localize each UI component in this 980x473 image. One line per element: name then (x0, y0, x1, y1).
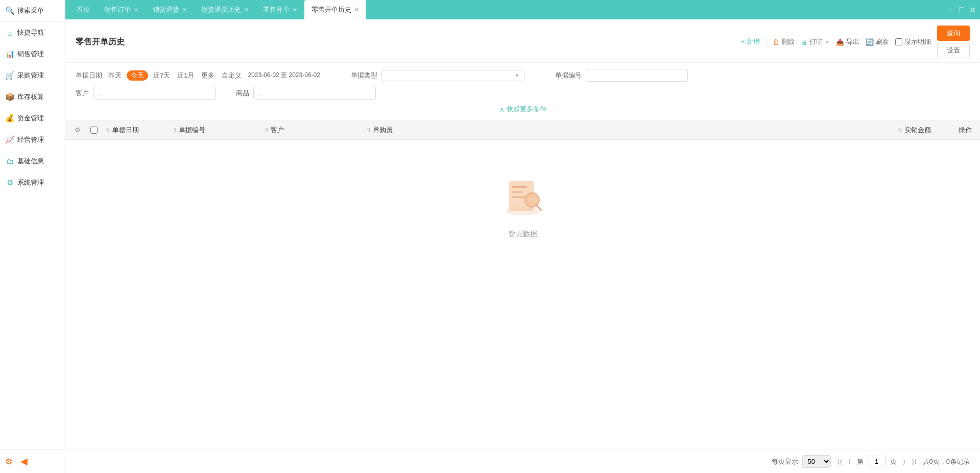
page-label: 页 (890, 457, 897, 466)
empty-illustration (497, 170, 548, 221)
settings-footer-icon[interactable]: ⚙ (5, 457, 12, 466)
date-opt-custom[interactable]: 自定义 (220, 70, 244, 81)
sort-icon: ⇅ (106, 127, 110, 133)
print-button[interactable]: 🖨 打印 ▼ (801, 37, 830, 46)
th-customer[interactable]: ⇅ 客户 (260, 126, 363, 135)
date-opt-7days[interactable]: 近7天 (151, 70, 172, 81)
date-range-value: 2023-06-02 至 2023-06-02 (248, 71, 320, 80)
sort-icon: ⇅ (367, 127, 371, 133)
query-setting-group: 查询 设置 (937, 26, 970, 58)
refresh-icon: 🔄 (866, 38, 874, 46)
bill-type-select[interactable]: ▼ (381, 70, 524, 81)
th-guide[interactable]: ⇅ 导购员 (363, 126, 424, 135)
table-select-all[interactable] (86, 127, 102, 134)
th-billno[interactable]: ⇅ 单据编号 (169, 126, 260, 135)
date-opt-today[interactable]: 今天 (127, 70, 148, 81)
sidebar-item-purchase-mgmt[interactable]: 🛒 采购管理 (0, 65, 65, 86)
home-icon: ⌂ (5, 28, 14, 37)
tab-close-icon[interactable]: ✕ (244, 7, 249, 13)
page-number-input[interactable] (868, 456, 886, 467)
sidebar-item-inventory[interactable]: 📦 库存核算 (0, 86, 65, 108)
delete-button[interactable]: 🗑 删除 (773, 37, 795, 46)
sidebar-item-system[interactable]: ⚙ 系统管理 (0, 172, 65, 193)
tab-close-icon[interactable]: ✕ (134, 7, 138, 13)
tab-close-icon[interactable]: ✕ (293, 7, 297, 13)
table-settings-icon[interactable]: ⚙ (69, 126, 86, 134)
new-button[interactable]: + 新增 (741, 37, 760, 46)
sidebar-search[interactable]: 🔍 搜索采单 (0, 0, 65, 22)
maximize-icon[interactable]: □ (959, 5, 964, 14)
tab-sales-return[interactable]: 销货退货 ✕ (146, 0, 194, 19)
tab-close-icon[interactable]: ✕ (182, 7, 187, 13)
tab-label: 销货退货 (153, 5, 179, 14)
tab-close-icon[interactable]: ✕ (354, 7, 359, 13)
tab-label: 零售开单 (263, 5, 290, 14)
page-title: 零售开单历史 (76, 37, 125, 47)
display-detail-checkbox[interactable] (895, 38, 902, 45)
sidebar-item-quick-nav[interactable]: ⌂ 快捷导航 (0, 22, 65, 43)
setting-button[interactable]: 设置 (937, 43, 970, 58)
sidebar: 🔍 搜索采单 ⌂ 快捷导航 📊 销售管理 🛒 采购管理 📦 库存核算 💰 资金管… (0, 0, 65, 473)
chevron-down-icon: ▼ (514, 72, 520, 79)
tabs-right: — □ ✕ (946, 5, 976, 15)
sidebar-item-finance[interactable]: 💰 资金管理 (0, 108, 65, 129)
next-page-btn[interactable]: ⟩ (901, 457, 907, 466)
minimize-icon[interactable]: — (946, 5, 954, 14)
customer-label: 客户 (76, 89, 89, 98)
sidebar-item-label: 库存核算 (17, 92, 44, 102)
date-opt-more[interactable]: 更多 (199, 70, 217, 81)
export-button[interactable]: 📤 导出 (836, 37, 859, 46)
select-all-checkbox[interactable] (90, 127, 98, 134)
content-area: 零售开单历史 + 新增 🗑 删除 🖨 打印 ▼ 📤 导出 (65, 19, 980, 473)
first-page-btn[interactable]: ⟨⟨ (835, 457, 844, 466)
page-nav: ⟨⟨ ⟨ 第 页 ⟩ ⟩⟩ (835, 456, 919, 467)
per-page-select[interactable]: 50 100 200 (802, 455, 831, 468)
th-date[interactable]: ⇅ 单据日期 (102, 126, 169, 135)
bill-no-input[interactable] (586, 69, 688, 82)
sidebar-search-label: 搜索采单 (17, 6, 44, 15)
sidebar-item-label: 系统管理 (17, 178, 44, 187)
refresh-button[interactable]: 🔄 刷新 (866, 37, 889, 46)
last-page-btn[interactable]: ⟩⟩ (910, 457, 919, 466)
th-guide-label: 导购员 (373, 126, 393, 135)
customer-select[interactable]: ... (93, 87, 216, 99)
date-opt-yesterday[interactable]: 昨天 (106, 70, 124, 81)
page-label-pre: 第 (857, 457, 864, 466)
empty-state: 暂无数据 (65, 140, 980, 269)
th-date-label: 单据日期 (112, 126, 139, 135)
tab-label: 零售开单历史 (312, 5, 351, 14)
tab-retail-history[interactable]: 零售开单历史 ✕ (304, 0, 366, 19)
sidebar-item-label: 基础信息 (17, 157, 44, 166)
divider (766, 38, 767, 46)
sidebar-footer: ⚙ ◀ (0, 449, 65, 473)
sidebar-item-label: 经营管理 (17, 135, 44, 144)
display-detail-button[interactable]: 显示明细 (895, 37, 931, 46)
tab-retail-open[interactable]: 零售开单 ✕ (256, 0, 304, 19)
per-page-label: 每页显示 (772, 457, 798, 466)
bill-no-filter: 单据编号 (555, 69, 688, 82)
collapse-filter-button[interactable]: ∧ 收起更多条件 (76, 105, 970, 114)
date-opt-1month[interactable]: 近1月 (175, 70, 196, 81)
close-window-icon[interactable]: ✕ (969, 5, 976, 15)
tab-sales-return-history[interactable]: 销货退货历史 ✕ (194, 0, 256, 19)
page-header: 零售开单历史 + 新增 🗑 删除 🖨 打印 ▼ 📤 导出 (65, 19, 980, 63)
print-dropdown-icon[interactable]: ▼ (825, 39, 830, 45)
sidebar-item-basic-info[interactable]: 🗂 基础信息 (0, 151, 65, 172)
sidebar-item-operations[interactable]: 📈 经营管理 (0, 129, 65, 151)
th-amount[interactable]: ⇅ 实销金额 (874, 126, 935, 135)
tab-home[interactable]: 首页 (69, 5, 97, 14)
export-label: 导出 (846, 37, 859, 46)
tabs-bar: 首页 销售订单 ✕ 销货退货 ✕ 销货退货历史 ✕ 零售开单 ✕ 零售开单历史 … (65, 0, 980, 19)
collapse-sidebar-icon[interactable]: ◀ (20, 456, 28, 467)
tab-sales-order[interactable]: 销售订单 ✕ (97, 0, 146, 19)
basic-info-icon: 🗂 (5, 157, 14, 166)
sidebar-item-sales-mgmt[interactable]: 📊 销售管理 (0, 43, 65, 65)
customer-placeholder: ... (98, 89, 103, 97)
th-billno-label: 单据编号 (179, 126, 205, 135)
goods-select[interactable]: ... (253, 87, 376, 99)
date-filter: 单据日期 昨天 今天 近7天 近1月 更多 自定义 2023-06-02 至 2… (76, 70, 320, 81)
query-button[interactable]: 查询 (937, 26, 970, 41)
customer-filter: 客户 ... (76, 87, 216, 99)
prev-page-btn[interactable]: ⟨ (846, 457, 853, 466)
date-options: 昨天 今天 近7天 近1月 更多 自定义 (106, 70, 244, 81)
